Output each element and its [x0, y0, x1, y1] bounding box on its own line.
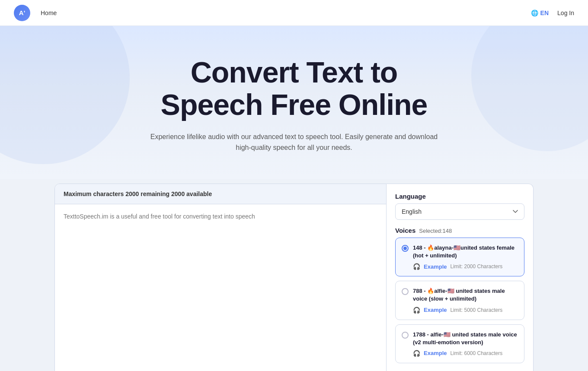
nav-right: 🌐 EN Log In	[531, 10, 574, 16]
example-link-3[interactable]: Example	[424, 350, 447, 356]
login-button[interactable]: Log In	[557, 10, 574, 16]
hero-section: Convert Text to Speech Free Online Exper…	[0, 26, 588, 179]
voice-item-1-top: 148 - 🔥alayna-🇺🇸united states female (ho…	[402, 244, 518, 260]
example-link-1[interactable]: Example	[424, 263, 447, 270]
voice-item-3[interactable]: 1788 - alfie-🇺🇸 united states male voice…	[395, 324, 524, 363]
language-section: Language English Spanish French German I…	[395, 193, 524, 220]
voice-name-3: 1788 - alfie-🇺🇸 united states male voice…	[413, 331, 518, 346]
language-label: Language	[395, 193, 524, 200]
lang-code-label: EN	[540, 10, 549, 16]
char-counter-header: Maximum characters 2000 remaining 2000 a…	[55, 184, 386, 204]
hero-subtitle: Experience lifelike audio with our advan…	[143, 131, 445, 153]
example-link-2[interactable]: Example	[424, 307, 447, 313]
limit-text-1: Limit: 2000 Characters	[450, 263, 502, 270]
voice-item-2-top: 788 - 🔥alfie-🇺🇸 united states male voice…	[402, 287, 518, 303]
voice-settings-panel: Language English Spanish French German I…	[387, 184, 534, 371]
voice-example-row-3: 🎧 Example Limit: 6000 Characters	[402, 350, 518, 357]
text-input[interactable]	[55, 204, 386, 360]
tool-container: Maximum characters 2000 remaining 2000 a…	[48, 184, 540, 371]
voices-count: Selected:148	[419, 228, 452, 234]
char-info-text: Maximum characters 2000 remaining 2000 a…	[64, 190, 212, 197]
voice-item-2[interactable]: 788 - 🔥alfie-🇺🇸 united states male voice…	[395, 281, 524, 320]
voice-item-1[interactable]: 148 - 🔥alayna-🇺🇸united states female (ho…	[395, 238, 524, 276]
voice-radio-3[interactable]	[402, 332, 409, 339]
voice-example-row-2: 🎧 Example Limit: 5000 Characters	[402, 307, 518, 314]
voice-example-row-1: 🎧 Example Limit: 2000 Characters	[402, 263, 518, 270]
home-link[interactable]: Home	[41, 10, 57, 16]
voice-radio-1[interactable]	[402, 245, 409, 252]
voice-name-1: 148 - 🔥alayna-🇺🇸united states female (ho…	[413, 244, 518, 260]
limit-text-2: Limit: 5000 Characters	[450, 307, 502, 313]
headphones-icon-3: 🎧	[413, 350, 420, 357]
language-toggle-button[interactable]: 🌐 EN	[531, 10, 549, 16]
voices-section: Voices Selected:148 148 - 🔥alayna-🇺🇸unit…	[395, 227, 524, 368]
headphones-icon-1: 🎧	[413, 263, 420, 270]
logo-icon[interactable]: A'	[14, 5, 30, 21]
text-input-panel: Maximum characters 2000 remaining 2000 a…	[54, 184, 387, 371]
voice-item-3-top: 1788 - alfie-🇺🇸 united states male voice…	[402, 331, 518, 346]
limit-text-3: Limit: 6000 Characters	[450, 350, 502, 356]
globe-icon: 🌐	[531, 10, 538, 16]
nav-left: A' Home	[14, 5, 57, 21]
hero-title: Convert Text to Speech Free Online	[14, 56, 574, 121]
voice-name-2: 788 - 🔥alfie-🇺🇸 united states male voice…	[413, 287, 518, 303]
voices-header: Voices Selected:148	[395, 227, 524, 238]
voice-radio-2[interactable]	[402, 288, 409, 295]
voices-label: Voices	[395, 227, 415, 234]
headphones-icon-2: 🎧	[413, 307, 420, 314]
language-select[interactable]: English Spanish French German Italian Po…	[395, 203, 524, 220]
navbar: A' Home 🌐 EN Log In	[0, 0, 588, 26]
